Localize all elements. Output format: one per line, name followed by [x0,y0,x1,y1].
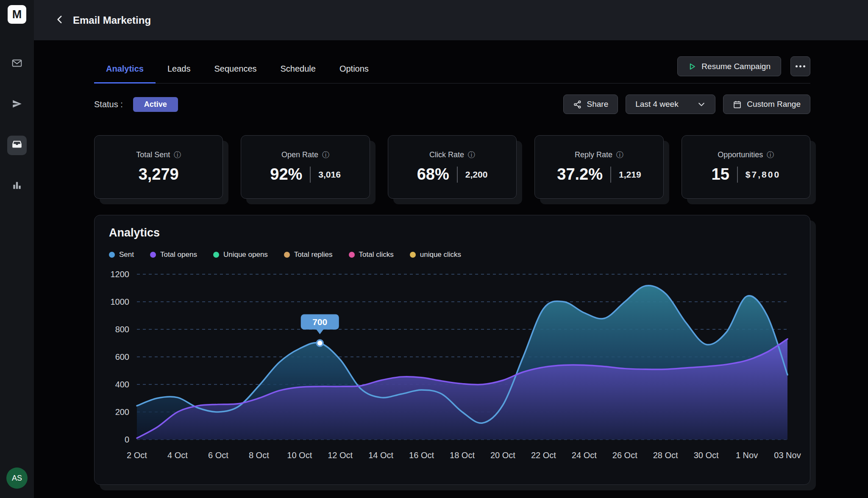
stat-secondary: $7,800 [746,170,780,180]
stat-value: 68% [417,165,449,184]
svg-text:400: 400 [115,380,129,389]
svg-text:8 Oct: 8 Oct [249,451,269,460]
share-label: Share [587,100,609,109]
bar-chart-icon [11,180,22,192]
stat-card-click-rate: Click Rateⓘ 68%2,200 [388,135,517,199]
svg-text:700: 700 [312,317,327,327]
stats-row: Total Sentⓘ 3,279 Open Rateⓘ 92%3,016 Cl… [94,135,810,199]
sidebar: M AS [0,0,34,498]
stat-label: Opportunities [718,150,763,159]
svg-text:1000: 1000 [111,297,130,306]
legend-item-unique-clicks[interactable]: unique clicks [410,250,461,259]
svg-text:0: 0 [125,435,129,444]
stat-card-opportunities: Opportunitiesⓘ 15$7,800 [682,135,810,199]
analytics-panel: Analytics Sent Total opens Unique opens … [94,215,810,485]
legend-dot [150,252,156,258]
legend-item-total-clicks[interactable]: Total clicks [349,250,394,259]
stat-label: Click Rate [429,150,464,159]
stat-value: 3,279 [139,165,179,184]
legend-dot [410,252,416,258]
tab-analytics[interactable]: Analytics [94,55,156,83]
resume-campaign-label: Resume Campaign [701,62,771,71]
stat-value: 92% [270,165,302,184]
share-icon [573,100,582,109]
svg-text:16 Oct: 16 Oct [409,451,434,460]
play-icon [688,62,696,71]
svg-text:14 Oct: 14 Oct [368,451,393,460]
svg-text:10 Oct: 10 Oct [287,451,312,460]
svg-text:03 Nov: 03 Nov [774,451,801,460]
resume-campaign-button[interactable]: Resume Campaign [677,56,781,76]
svg-text:18 Oct: 18 Oct [450,451,475,460]
tab-leads[interactable]: Leads [156,55,203,83]
stat-value: 15 [712,165,729,184]
info-icon[interactable]: ⓘ [322,151,329,159]
svg-text:12 Oct: 12 Oct [328,451,353,460]
svg-text:600: 600 [115,352,129,362]
user-avatar[interactable]: AS [6,467,28,489]
stat-label: Reply Rate [575,150,612,159]
sidebar-item-mail[interactable] [7,54,27,74]
back-button[interactable] [53,13,67,28]
stat-secondary: 2,200 [465,170,488,180]
sidebar-item-reports[interactable] [7,176,27,196]
svg-text:30 Oct: 30 Oct [694,451,719,460]
app-logo[interactable]: M [8,5,26,24]
info-icon[interactable]: ⓘ [616,151,623,159]
inbox-icon [11,139,22,152]
paper-plane-icon [11,98,22,111]
stat-value: 37.2% [557,165,603,184]
custom-range-label: Custom Range [747,100,801,109]
ellipsis-icon [796,65,798,67]
analytics-title: Analytics [103,226,802,239]
legend-item-sent[interactable]: Sent [109,250,134,259]
svg-text:800: 800 [115,325,129,334]
tab-sequences[interactable]: Sequences [202,55,268,83]
legend-item-unique-opens[interactable]: Unique opens [213,250,268,259]
status-badge[interactable]: Active [133,97,178,112]
stat-card-reply-rate: Reply Rateⓘ 37.2%1,219 [534,135,663,199]
tab-bar: Analytics Leads Sequences Schedule Optio… [94,55,810,83]
svg-text:26 Oct: 26 Oct [612,451,637,460]
chevron-down-icon [697,100,706,109]
legend-item-total-opens[interactable]: Total opens [150,250,197,259]
svg-text:2 Oct: 2 Oct [127,451,147,460]
date-range-value: Last 4 week [635,100,678,109]
status-row: Status : Active Share Last 4 week Custom… [94,95,810,114]
stat-label: Open Rate [281,150,318,159]
mail-icon [11,58,22,70]
tab-schedule[interactable]: Schedule [269,55,328,83]
main-content: Analytics Leads Sequences Schedule Optio… [34,40,868,498]
stat-label: Total Sent [136,150,170,159]
svg-text:20 Oct: 20 Oct [490,451,515,460]
sidebar-item-send[interactable] [7,95,27,114]
svg-text:6 Oct: 6 Oct [208,451,228,460]
legend-item-total-replies[interactable]: Total replies [284,250,333,259]
svg-text:1 Nov: 1 Nov [736,451,758,460]
top-header: Email Marketing [34,0,868,40]
more-options-button[interactable] [790,56,810,76]
custom-range-button[interactable]: Custom Range [723,95,810,114]
legend-dot [284,252,290,258]
stat-secondary: 1,219 [619,170,641,180]
sidebar-item-inbox[interactable] [7,136,27,155]
calendar-icon [733,100,742,109]
info-icon[interactable]: ⓘ [174,151,181,159]
info-icon[interactable]: ⓘ [767,151,774,159]
status-label: Status : [94,100,123,109]
svg-text:24 Oct: 24 Oct [572,451,597,460]
page-title: Email Marketing [73,14,151,26]
date-range-dropdown[interactable]: Last 4 week [626,95,715,114]
stat-card-open-rate: Open Rateⓘ 92%3,016 [241,135,370,199]
share-button[interactable]: Share [563,95,618,114]
tab-options[interactable]: Options [328,55,381,83]
svg-text:1200: 1200 [111,270,130,279]
svg-text:28 Oct: 28 Oct [653,451,678,460]
legend-dot [213,252,219,258]
svg-text:22 Oct: 22 Oct [531,451,556,460]
legend-dot [349,252,355,258]
analytics-chart[interactable]: 0200400600800100012002 Oct4 Oct6 Oct8 Oc… [103,262,802,465]
info-icon[interactable]: ⓘ [468,151,475,159]
svg-text:4 Oct: 4 Oct [167,451,188,460]
legend-dot [109,252,115,258]
